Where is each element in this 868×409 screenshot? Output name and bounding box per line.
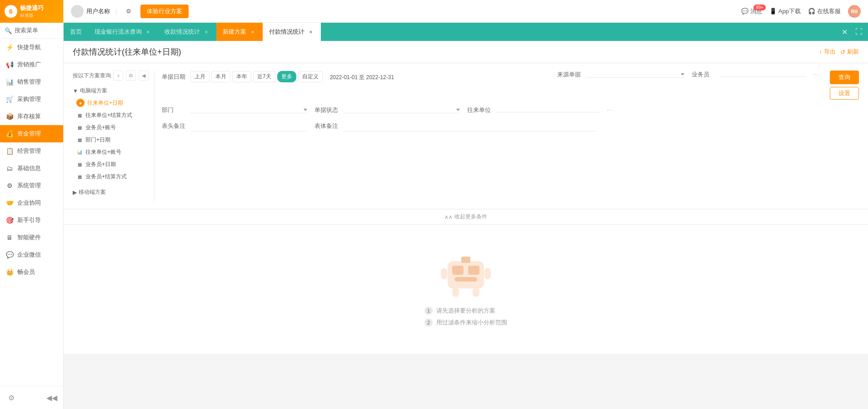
scheme-label-partner-account: 往来单位+账号 [85,148,121,156]
voucher-status-field: 单据状态 [314,106,460,114]
desktop-schemes-label[interactable]: ▼ 电脑端方案 [73,85,149,96]
sidebar-item-label-operations: 经营管理 [17,147,41,155]
hint-text-2: 用过滤条件来缩小分析范围 [436,318,507,327]
dept-label: 部门 [162,106,187,114]
tab-new-scheme[interactable]: 新建方案× [216,23,263,41]
sidebar-item-label-wechat: 企业微信 [17,251,41,259]
voucher-status-label: 单据状态 [314,106,339,114]
scheme-item-partner-account[interactable]: 📊往来单位+账号 [73,146,149,158]
scheme-item-partner-settle[interactable]: ▦往来单位+结算方式 [73,109,149,121]
tab-label-payment-stats: 付款情况统计 [269,28,304,36]
inventory-icon: 📦 [5,112,14,121]
tab-close-bank-flow[interactable]: × [145,28,152,35]
tab-close-payment-stats[interactable]: × [307,28,314,35]
tab-home[interactable]: 首页 [64,23,88,41]
date-7days-btn[interactable]: 近7天 [253,71,275,82]
search-icon: 🔍 [5,27,12,34]
sidebar-item-vip[interactable]: 👑 畅会员 [0,263,63,281]
sidebar-item-hardware[interactable]: 🖥 智能硬件 [0,229,63,246]
export-label: 导出 [824,48,836,56]
sidebar-item-purchase[interactable]: 🛒 采购管理 [0,91,63,108]
user-avatar[interactable]: Rit [848,5,861,18]
tab-collection-stats[interactable]: 收款情况统计× [158,23,216,41]
refresh-btn[interactable]: ↺ 刷新 [840,48,859,56]
sidebar-search[interactable]: 🔍 搜索菜单 [0,23,63,39]
tab-bank-flow[interactable]: 现金银行流水查询× [88,23,158,41]
tab-close-collection-stats[interactable]: × [203,28,210,35]
body-note-field: 表体备注 [314,121,596,131]
date-this-month-btn[interactable]: 本月 [211,71,230,82]
sidebar-collapse-btn[interactable]: ◀◀ [45,391,59,404]
svg-rect-2 [468,266,479,275]
customer-service-btn[interactable]: 🎧 在线客服 [808,7,841,15]
filter-settings-btn[interactable]: 设置 [830,87,859,100]
header-note-input[interactable] [190,121,307,131]
sidebar-item-sales[interactable]: 📊 销售管理 [0,73,63,91]
scheme-item-dept-date[interactable]: ▦部门+日期 [73,134,149,146]
scheme-item-partner-date[interactable]: ●往来单位+日期 [73,96,149,109]
sidebar-item-system[interactable]: ⚙ 系统管理 [0,177,63,194]
app-icon: 📱 [769,8,777,15]
table-icon: ▦ [76,174,83,180]
filter-sidebar-header: 按以下方案查询 ＋ ⚙ ◀ [73,71,149,81]
customer-service-label: 在线客服 [817,7,841,15]
sales-icon: 📊 [5,78,14,86]
date-last-month-btn[interactable]: 上月 [190,71,210,82]
mobile-schemes-label[interactable]: ▶ 移动端方案 [73,187,149,198]
tab-close-new-scheme[interactable]: × [249,28,256,35]
sidebar-settings-btn[interactable]: ⚙ [5,391,18,404]
sidebar-item-guide[interactable]: 🎯 新手引导 [0,212,63,229]
export-btn[interactable]: ↑ 导出 [819,48,836,56]
page-header: 付款情况统计(往来单位+日期) ↑ 导出 ↺ 刷新 [64,41,868,63]
salesman-label: 业务员 [692,71,717,79]
scheme-item-salesman-settle[interactable]: ▦业务员+结算方式 [73,171,149,183]
voucher-status-select[interactable] [343,107,460,113]
message-btn[interactable]: 💬 消息 99+ [741,7,762,15]
topbar-user-avatar [71,5,84,18]
source-doc-arrow [681,73,684,76]
tab-maximize-btn[interactable]: ⛶ [853,26,864,37]
date-this-year-btn[interactable]: 本年 [232,71,251,82]
body-note-input[interactable] [343,121,596,131]
partner-select[interactable] [496,108,599,112]
salesman-select[interactable] [720,73,806,77]
table-icon: ▦ [76,162,83,168]
source-doc-select[interactable] [586,71,684,78]
settings-scheme-btn[interactable]: ⚙ [126,71,136,81]
trial-btn[interactable]: 体验行业方案 [140,5,189,18]
scheme-item-salesman-account[interactable]: ▦业务员+账号 [73,121,149,134]
sidebar-item-finance[interactable]: 💰 资金管理 [0,125,63,142]
add-scheme-btn[interactable]: ＋ [113,71,123,81]
tab-close-all-btn[interactable]: ✕ [839,26,850,37]
scheme-label-salesman-date: 业务员+日期 [85,161,116,168]
purchase-icon: 🛒 [5,95,14,103]
sidebar-item-cooperation[interactable]: 🤝 企业协同 [0,194,63,212]
partner-more-btn[interactable]: ··· [607,106,613,114]
svg-rect-5 [441,268,447,279]
collapse-conditions-btn[interactable]: ∧∧ 收起更多条件 [444,213,487,221]
salesman-more-btn[interactable]: ··· [813,71,819,79]
sidebar-item-operations[interactable]: 📋 经营管理 [0,142,63,160]
headset-icon: 🎧 [808,8,815,15]
sidebar-item-inventory[interactable]: 📦 库存核算 [0,108,63,125]
date-custom-btn[interactable]: 自定义 [298,71,323,82]
sidebar-item-marketing[interactable]: 📢 营销推广 [0,56,63,73]
sidebar-item-basic-info[interactable]: 🗂 基础信息 [0,160,63,177]
basic-info-icon: 🗂 [5,164,14,172]
voucher-status-arrow [456,109,460,111]
date-more-btn[interactable]: 更多 [277,71,296,82]
wechat-icon: 💬 [5,251,14,259]
active-scheme-icon: ● [76,99,85,107]
app-download-btn[interactable]: 📱 App下载 [769,7,801,15]
collapse-scheme-btn[interactable]: ◀ [139,71,149,81]
topbar-settings-btn[interactable]: ⚙ [122,5,135,18]
tab-payment-stats[interactable]: 付款情况统计× [263,23,321,41]
scheme-label-salesman-settle: 业务员+结算方式 [85,173,127,181]
scheme-item-salesman-date[interactable]: ▦业务员+日期 [73,158,149,171]
finance-icon: 💰 [5,130,14,138]
sidebar-item-wechat[interactable]: 💬 企业微信 [0,246,63,263]
dept-select[interactable] [190,107,307,113]
query-btn[interactable]: 查询 [830,71,859,84]
date-label: 单据日期 [162,73,187,81]
sidebar-item-quick-nav[interactable]: ⚡ 快捷导航 [0,39,63,56]
